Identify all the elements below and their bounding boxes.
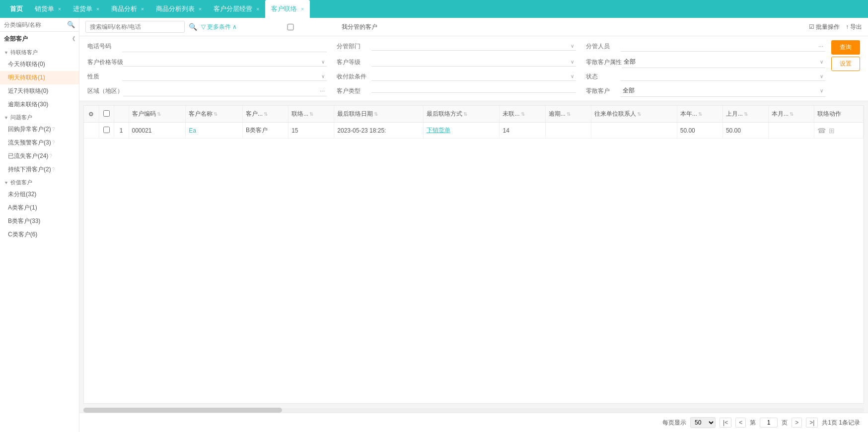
col-unlinked-days[interactable]: 未联...⇅ xyxy=(500,106,545,123)
sidebar-search-icon[interactable]: 🔍 xyxy=(67,21,75,28)
filter-price-level-dropdown[interactable]: ∨ xyxy=(123,58,327,67)
filter-customer-type: 客户类型 xyxy=(337,87,576,95)
close-purchase-order-icon[interactable]: × xyxy=(96,6,99,12)
region-ellipsis: ··· xyxy=(320,87,325,94)
horizontal-scrollbar[interactable] xyxy=(83,408,864,413)
row-code: 000021 xyxy=(129,123,186,139)
row-select-checkbox[interactable] xyxy=(103,127,110,133)
nav-home[interactable]: 首页 xyxy=(4,0,29,18)
row-contact-count: 15 xyxy=(289,123,334,139)
first-page-button[interactable]: |< xyxy=(720,418,731,428)
col-gear[interactable]: ⚙ xyxy=(84,106,99,123)
help-icon-2[interactable]: ? xyxy=(52,140,55,145)
close-sales-order-icon[interactable]: × xyxy=(58,6,61,12)
filter-payment-terms: 收付款条件 ∨ xyxy=(337,72,576,81)
sidebar-item-lost-customers[interactable]: 已流失客户(24) ? xyxy=(0,149,79,163)
sidebar-item-class-a[interactable]: A类客户(1) xyxy=(0,201,79,215)
close-product-analysis-icon[interactable]: × xyxy=(141,6,144,12)
filter-price-level-label: 客户价格等级 xyxy=(87,58,123,67)
row-this-year: 50.00 xyxy=(677,123,723,139)
col-checkbox[interactable] xyxy=(99,106,114,123)
search-button[interactable]: 🔍 xyxy=(189,23,197,31)
next-page-button[interactable]: > xyxy=(792,418,802,428)
col-customer-code[interactable]: 客户编码⇅ xyxy=(129,106,186,123)
filter-phone-input[interactable] xyxy=(122,40,327,52)
sidebar-item-class-c[interactable]: C类客户(6) xyxy=(0,228,79,241)
all-customers-header[interactable]: 全部客户 《 xyxy=(0,32,79,46)
page-number-input[interactable] xyxy=(760,418,778,428)
batch-operation-button[interactable]: ☑ 批量操作 xyxy=(809,23,840,31)
sort-icon-this-year: ⇅ xyxy=(698,111,702,117)
more-filter-button[interactable]: ▽ 更多条件 ∧ xyxy=(201,23,237,31)
sidebar-item-tomorrow-pending[interactable]: 明天待联络(1) xyxy=(0,71,79,84)
col-last-contact-date[interactable]: 最后联络日期⇅ xyxy=(334,106,424,123)
help-icon-3[interactable]: ? xyxy=(49,153,52,159)
nav-customer-contact[interactable]: 客户联络 × xyxy=(265,0,310,18)
filter-retail-attr-dropdown[interactable]: 全部 ∨ xyxy=(622,56,825,68)
filter-region: 区域（地区） ··· xyxy=(87,86,327,96)
collapse-icon[interactable]: 《 xyxy=(70,35,75,43)
filter-dept-dropdown[interactable]: ∨ xyxy=(371,42,576,51)
sidebar-search-input[interactable] xyxy=(4,21,67,28)
col-last-month[interactable]: 上月...⇅ xyxy=(723,106,768,123)
nav-sales-order[interactable]: 销货单 × xyxy=(29,0,67,18)
scrollbar-thumb[interactable] xyxy=(83,408,282,413)
page-size-select[interactable]: 50 100 200 xyxy=(690,417,716,428)
col-last-contact-method[interactable]: 最后联络方式⇅ xyxy=(423,106,500,123)
sidebar-item-overdue-pending[interactable]: 逾期未联络(30) xyxy=(0,98,79,111)
filter-payment-terms-dropdown[interactable]: ∨ xyxy=(371,72,576,81)
filter-retail-customer-dropdown[interactable]: 全部 ∨ xyxy=(621,85,825,97)
close-customer-tiering-icon[interactable]: × xyxy=(256,6,259,12)
search-input[interactable] xyxy=(85,21,185,33)
help-icon-1[interactable]: ? xyxy=(52,127,55,132)
my-customers-checkbox[interactable] xyxy=(241,24,340,30)
last-page-button[interactable]: >| xyxy=(806,418,818,428)
sort-icon-code: ⇅ xyxy=(157,111,161,117)
sort-icon-contact: ⇅ xyxy=(309,111,313,117)
sidebar-item-ungrouped[interactable]: 未分组(32) xyxy=(0,188,79,201)
row-customer-type: B类客户 xyxy=(243,123,289,139)
chevron-up-icon: ∧ xyxy=(232,23,237,30)
prev-page-button[interactable]: < xyxy=(735,418,746,428)
sidebar-item-today-pending[interactable]: 今天待联络(0) xyxy=(0,58,79,71)
col-contact-count[interactable]: 联络...⇅ xyxy=(289,106,334,123)
row-checkbox[interactable] xyxy=(99,123,114,139)
help-icon-4[interactable]: ? xyxy=(52,167,55,172)
sidebar-item-declining-customers[interactable]: 持续下滑客户(2) ? xyxy=(0,163,79,176)
nav-customer-tiering[interactable]: 客户分层经营 × xyxy=(208,0,265,18)
select-all-checkbox[interactable] xyxy=(103,110,110,117)
filter-manager-input[interactable]: ··· xyxy=(621,41,825,52)
close-product-analysis-list-icon[interactable]: × xyxy=(199,6,202,12)
grid-action-icon[interactable]: ⊞ xyxy=(829,127,835,135)
row-last-month: 50.00 xyxy=(723,123,768,139)
nature-dropdown-arrow: ∨ xyxy=(321,73,325,79)
export-button[interactable]: ↑ 导出 xyxy=(846,23,862,31)
filter-region-input[interactable]: ··· xyxy=(123,86,327,96)
filter-nature-dropdown[interactable]: ∨ xyxy=(122,72,327,81)
setting-button[interactable]: 设置 xyxy=(831,57,860,71)
sidebar-item-repurchase-abnormal[interactable]: 回购异常客户(2) ? xyxy=(0,123,79,136)
col-overdue[interactable]: 逾期...⇅ xyxy=(545,106,591,123)
row-name[interactable]: Ea xyxy=(186,123,243,139)
filter-phone: 电话号码 xyxy=(87,40,327,52)
nav-product-analysis-list[interactable]: 商品分析列表 × xyxy=(150,0,208,18)
filter-status-dropdown[interactable]: ∨ xyxy=(621,72,825,81)
col-contact-person[interactable]: 往来单位联系人⇅ xyxy=(591,106,677,123)
sidebar-item-7days-pending[interactable]: 近7天待联络(0) xyxy=(0,84,79,98)
filter-customer-type-input[interactable] xyxy=(371,89,576,93)
filter-retail-attr-label: 零散客户属性 xyxy=(586,58,622,67)
col-this-year[interactable]: 本年...⇅ xyxy=(677,106,723,123)
nav-product-analysis[interactable]: 商品分析 × xyxy=(105,0,150,18)
nav-purchase-order[interactable]: 进货单 × xyxy=(67,0,105,18)
col-customer-type[interactable]: 客户...⇅ xyxy=(243,106,289,123)
query-button[interactable]: 查询 xyxy=(831,40,860,55)
col-this-month[interactable]: 本月...⇅ xyxy=(769,106,814,123)
filter-customer-level-dropdown[interactable]: ∨ xyxy=(371,58,576,67)
my-customers-checkbox-label[interactable]: 我分管的客户 xyxy=(241,23,377,31)
sidebar-item-churn-warning[interactable]: 流失预警客户(3) ? xyxy=(0,136,79,149)
close-customer-contact-icon[interactable]: × xyxy=(301,6,304,12)
row-last-contact-method[interactable]: 下销货单 xyxy=(423,123,500,139)
sidebar-item-class-b[interactable]: B类客户(33) xyxy=(0,215,79,228)
phone-action-icon[interactable]: ☎ xyxy=(817,127,826,135)
col-customer-name[interactable]: 客户名称⇅ xyxy=(186,106,243,123)
